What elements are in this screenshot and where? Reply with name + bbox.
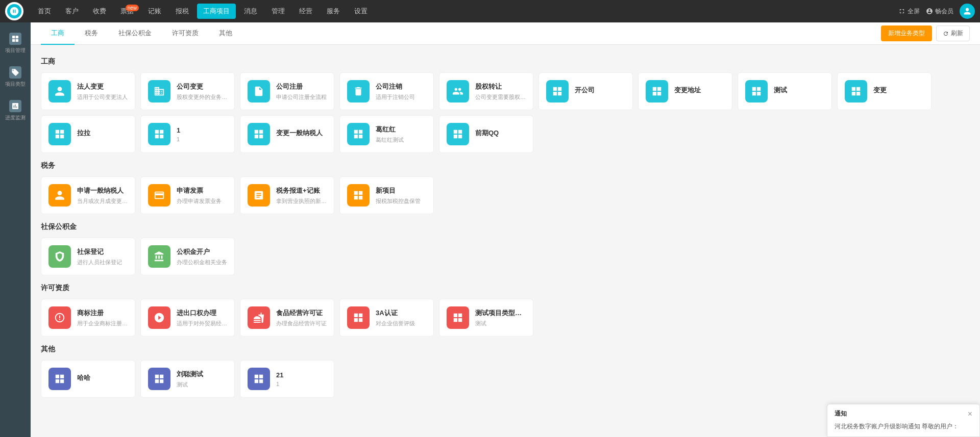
cards-grid-tax: 申请一般纳税人 当月或次月成变更完成 申请发票 办理申请发票业务: [41, 176, 970, 214]
nav-customer[interactable]: 客户: [59, 4, 85, 19]
nav-home[interactable]: 首页: [32, 4, 57, 19]
section-title-other: 其他: [41, 345, 970, 354]
fullscreen-btn[interactable]: 全屏: [898, 7, 920, 16]
card-1[interactable]: 1 1: [140, 115, 235, 153]
card-info-法人变更: 法人变更 适用于公司变更法人: [77, 82, 128, 101]
card-申请发票[interactable]: 申请发票 办理申请发票业务: [140, 176, 235, 214]
card-股权转让[interactable]: 股权转让 公司变更需要股权转让: [439, 72, 533, 110]
card-进出口权办理[interactable]: 进出口权办理 适用于对外贸易经营者: [140, 299, 235, 337]
sidebar-item-project-manage[interactable]: 项目管理: [2, 28, 29, 59]
card-新项目[interactable]: 新项目 报税加税控盘保管: [339, 176, 434, 214]
nav-service[interactable]: 服务: [321, 4, 346, 19]
card-前期QQ[interactable]: 前期QQ: [439, 115, 533, 153]
card-食品经营许可证[interactable]: 食品经营许可证 办理食品经营许可证: [240, 299, 334, 337]
nav-tax[interactable]: 报税: [169, 4, 195, 19]
nav-operate[interactable]: 经营: [293, 4, 318, 19]
logo[interactable]: [5, 2, 23, 20]
notification-close-button[interactable]: ×: [968, 409, 972, 419]
nav-settings[interactable]: 设置: [348, 4, 374, 19]
section-title-business: 工商: [41, 57, 970, 66]
refresh-button[interactable]: 刷新: [936, 25, 970, 41]
nav-right: 全屏 畅会员: [898, 4, 975, 19]
card-哈哈[interactable]: 哈哈: [41, 360, 135, 398]
card-葛红红[interactable]: 葛红红 葛红红测试: [339, 115, 434, 153]
card-icon-公司变更: [148, 80, 170, 102]
card-变更[interactable]: 变更: [837, 72, 932, 110]
card-3A认证[interactable]: 3A认证 对企业信誉评级: [339, 299, 434, 337]
notification-body: 河北税务数字账户升级影响通知 尊敬的用户：: [835, 422, 972, 431]
card-测试[interactable]: 测试: [738, 72, 832, 110]
new-business-type-button[interactable]: 新增业务类型: [881, 25, 932, 41]
membership-label: 畅会员: [935, 7, 953, 16]
nav-ticket[interactable]: 票据 new: [114, 4, 140, 19]
membership-btn[interactable]: 畅会员: [926, 7, 953, 16]
nav-items: 首页 客户 收费 票据 new 记账 报税 工商项目 消息 管理 经营 服务 设…: [32, 4, 898, 19]
section-title-license: 许可资质: [41, 284, 970, 293]
nav-account[interactable]: 记账: [142, 4, 167, 19]
section-title-social: 社保公积金: [41, 222, 970, 232]
card-公积金开户[interactable]: 公积金开户 办理公积金相关业务: [140, 238, 235, 275]
cards-grid-business: 法人变更 适用于公司变更法人 公司变更 股权变更外的业务变更: [41, 72, 970, 153]
card-title-法人变更: 法人变更: [77, 82, 128, 91]
grid-icon: [9, 33, 21, 45]
cards-grid-social: 社保登记 进行人员社保登记 公积金开户 办理公积金相关业务: [41, 238, 970, 275]
nav-fee[interactable]: 收费: [87, 4, 112, 19]
card-变更地址[interactable]: 变更地址: [638, 72, 732, 110]
card-开公司[interactable]: 开公司: [538, 72, 633, 110]
nav-message[interactable]: 消息: [238, 4, 263, 19]
notification-panel: 通知 × 河北税务数字账户升级影响通知 尊敬的用户：: [827, 404, 980, 437]
cards-grid-other: 哈哈 刘聪测试 测试: [41, 360, 970, 398]
main-content: 工商 法人变更 适用于公司变更法人 公司变更: [31, 45, 980, 437]
card-公司变更[interactable]: 公司变更 股权变更外的业务变更: [140, 72, 235, 110]
cards-grid-license: 商标注册 用于企业商标注册服务 进出口权办理 适用于对外贸易经营者: [41, 299, 970, 337]
card-sub-法人变更: 适用于公司变更法人: [77, 93, 128, 101]
new-badge: new: [126, 5, 139, 11]
tab-tax[interactable]: 税务: [75, 22, 108, 45]
card-测试项目类型[interactable]: 测试项目类型自定义 测试: [439, 299, 533, 337]
card-公司注销[interactable]: 公司注销 适用于注销公司: [339, 72, 434, 110]
refresh-label: 刷新: [951, 29, 963, 38]
logo-icon: [9, 6, 19, 16]
card-刘聪测试[interactable]: 刘聪测试 测试: [140, 360, 235, 398]
tab-social[interactable]: 社保公积金: [108, 22, 162, 45]
avatar[interactable]: [960, 4, 975, 19]
nav-manage[interactable]: 管理: [265, 4, 291, 19]
sidebar-item-project-type[interactable]: 项目类型: [2, 61, 29, 93]
sidebar-item-progress[interactable]: 进度监测: [2, 95, 29, 126]
section-title-tax: 税务: [41, 161, 970, 170]
tab-other[interactable]: 其他: [209, 22, 242, 45]
sidebar-label-progress: 进度监测: [5, 114, 26, 121]
main-layout: 项目管理 项目类型 进度监测 工商 税务 社保公积金 许可资质 其他 新增业务类…: [0, 22, 980, 437]
tab-actions: 新增业务类型 刷新: [881, 25, 970, 41]
sidebar: 项目管理 项目类型 进度监测: [0, 22, 31, 437]
notification-title: 通知: [835, 409, 847, 418]
tab-bar: 工商 税务 社保公积金 许可资质 其他 新增业务类型 刷新: [31, 22, 980, 45]
content-area: 工商 税务 社保公积金 许可资质 其他 新增业务类型 刷新 工商: [31, 22, 980, 437]
card-申请一般纳税人[interactable]: 申请一般纳税人 当月或次月成变更完成: [41, 176, 135, 214]
card-21[interactable]: 21 1: [240, 360, 334, 398]
nav-business[interactable]: 工商项目: [197, 4, 236, 19]
card-公司注册[interactable]: 公司注册 申请公司注册全流程: [240, 72, 334, 110]
sidebar-label-project-type: 项目类型: [5, 81, 26, 88]
card-社保登记[interactable]: 社保登记 进行人员社保登记: [41, 238, 135, 275]
card-拉拉[interactable]: 拉拉: [41, 115, 135, 153]
tag-icon: [9, 66, 21, 79]
tab-business[interactable]: 工商: [41, 22, 75, 45]
chart-icon: [9, 100, 21, 112]
card-变更一般纳税人[interactable]: 变更一般纳税人: [240, 115, 334, 153]
sidebar-label-project-manage: 项目管理: [5, 47, 26, 54]
card-税务报道记账[interactable]: 税务报道+记账 拿到营业执照的新公司: [240, 176, 334, 214]
card-商标注册[interactable]: 商标注册 用于企业商标注册服务: [41, 299, 135, 337]
top-nav: 首页 客户 收费 票据 new 记账 报税 工商项目 消息 管理 经营 服务 设…: [0, 0, 980, 22]
tab-license[interactable]: 许可资质: [162, 22, 209, 45]
card-法人变更[interactable]: 法人变更 适用于公司变更法人: [41, 72, 135, 110]
fullscreen-label: 全屏: [908, 7, 920, 16]
card-icon-法人变更: [48, 80, 71, 102]
